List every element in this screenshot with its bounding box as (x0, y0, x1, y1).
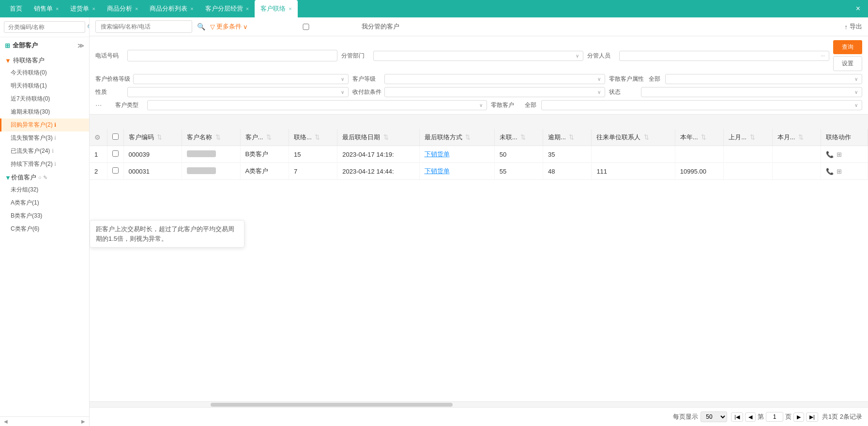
sidebar-item-tomorrow-contact[interactable]: 明天待联络(1) (0, 79, 89, 92)
chevron-down-icon7: ∨ (341, 89, 344, 95)
nature-select[interactable]: ∨ (127, 87, 349, 97)
table-settings-icon[interactable]: ⚙ (94, 133, 101, 141)
table-container[interactable]: ⚙ 客户编码 ⇅ 客户名称 ⇅ 客户... ⇅ 联络... ⇅ 最后联络日期 ⇅… (90, 129, 868, 401)
nav-sales[interactable]: 销售单 × (28, 0, 64, 17)
query-button[interactable]: 查询 (833, 40, 862, 54)
row1-last-month (724, 146, 772, 163)
payment-select[interactable]: ∨ (384, 87, 606, 97)
close-sales-tab[interactable]: × (56, 6, 59, 12)
sort-unlink-icon[interactable]: ⇅ (520, 133, 526, 141)
export-button[interactable]: ↑ 导出 (845, 22, 863, 31)
sort-year-icon[interactable]: ⇅ (701, 133, 706, 141)
sidebar-scroll-left[interactable]: ◀ (4, 419, 8, 424)
nav-product-analysis[interactable]: 商品分析 × (101, 0, 144, 17)
sidebar-item-7days-contact[interactable]: 近7天待联络(0) (0, 92, 89, 105)
value-customer-group[interactable]: ▼ 价值客户 ○ ✎ (0, 171, 89, 183)
col-unlink-days: 未联... ⇅ (494, 129, 543, 146)
pending-contact-group[interactable]: ▼ 待联络客户 (0, 54, 89, 66)
row2-method-link[interactable]: 下销货单 (425, 167, 450, 175)
row2-last-contact-method[interactable]: 下销货单 (419, 163, 494, 180)
status-select[interactable]: ∨ (641, 87, 862, 97)
col-this-month: 本月... ⇅ (772, 129, 821, 146)
sort-method-icon[interactable]: ⇅ (465, 133, 471, 141)
next-page-button[interactable]: ▶ (793, 412, 804, 422)
row1-overdue: 35 (543, 146, 592, 163)
all-customers-header[interactable]: ⊞ 全部客户 ≫ (0, 37, 89, 54)
department-label: 分管部门 (341, 52, 370, 60)
nav-purchase[interactable]: 进货单 × (64, 0, 101, 17)
nav-customer-segment[interactable]: 客户分层经营 × (199, 0, 255, 17)
customer-level-select[interactable]: ∨ (384, 74, 606, 84)
more-filters-dots[interactable]: ··· (95, 101, 102, 110)
department-select[interactable]: ∨ (373, 51, 583, 61)
per-page-select[interactable]: 50 20 100 (700, 411, 727, 422)
page-number-input[interactable] (766, 412, 783, 422)
edit-icons: ○ ✎ (38, 175, 47, 181)
sort-name-icon[interactable]: ⇅ (215, 133, 221, 141)
sidebar-item-ungrouped[interactable]: 未分组(32) (0, 183, 89, 196)
row1-last-contact-method[interactable]: 下销货单 (419, 146, 494, 163)
sidebar-item-b-class[interactable]: B类客户(33) (0, 209, 89, 222)
sort-date-icon[interactable]: ⇅ (383, 133, 389, 141)
row1-last-contact-date: 2023-04-17 14:19: (337, 146, 419, 163)
close-purchase-tab[interactable]: × (92, 6, 95, 12)
sidebar-item-a-class[interactable]: A类客户(1) (0, 196, 89, 209)
price-level-select[interactable]: ∨ (133, 74, 349, 84)
sidebar-item-declining[interactable]: 持续下滑客户(2) ℹ (0, 158, 89, 171)
row2-checkbox[interactable] (112, 167, 119, 174)
sort-type-icon[interactable]: ⇅ (266, 133, 272, 141)
sidebar-item-churn-warning[interactable]: 流失预警客户(3) ℹ (0, 132, 89, 145)
close-customer-contact-tab[interactable]: × (289, 6, 291, 12)
more-conditions-button[interactable]: ▽ 更多条件 ∨ (210, 22, 248, 31)
row1-method-link[interactable]: 下销货单 (425, 150, 450, 158)
col-last-month: 上月... ⇅ (724, 129, 772, 146)
sidebar-scroll-right[interactable]: ▶ (81, 419, 85, 424)
retail-customer-select[interactable]: ∨ (541, 100, 862, 110)
row2-grid-icon[interactable]: ⊞ (837, 168, 842, 175)
nav-product-analysis-list[interactable]: 商品分析列表 × (144, 0, 199, 17)
sidebar-item-c-class[interactable]: C类客户(6) (0, 222, 89, 235)
scrollbar-thumb[interactable] (211, 403, 453, 407)
sidebar-item-overdue-contact[interactable]: 逾期未联络(30) (0, 105, 89, 118)
settings-button[interactable]: 设置 (833, 56, 862, 71)
nav-home[interactable]: 首页 (4, 0, 28, 17)
close-product-analysis-list-tab[interactable]: × (190, 6, 193, 12)
person-select[interactable]: ··· (619, 51, 829, 61)
sort-code-icon[interactable]: ⇅ (157, 133, 162, 141)
sidebar-item-today-contact[interactable]: 今天待联络(0) (0, 66, 89, 79)
sidebar-item-churned[interactable]: 已流失客户(24) ℹ (0, 145, 89, 158)
close-product-analysis-tab[interactable]: × (135, 6, 138, 12)
horizontal-scrollbar[interactable] (90, 401, 868, 407)
nav-customer-contact[interactable]: 客户联络 × (255, 0, 297, 17)
last-page-button[interactable]: ▶| (806, 412, 818, 422)
close-customer-segment-tab[interactable]: × (246, 6, 249, 12)
sort-month-icon[interactable]: ⇅ (798, 133, 804, 141)
select-all-checkbox[interactable] (112, 133, 119, 140)
collapse-icon[interactable]: ≫ (77, 42, 84, 49)
col-contact-person: 往来单位联系人 ⇅ (592, 129, 675, 146)
filter-field-customer-level: 客户等级 ∨ (352, 74, 606, 84)
retail-attr-select[interactable]: ∨ (665, 74, 862, 84)
prev-page-button[interactable]: ◀ (745, 412, 756, 422)
close-all-tabs[interactable]: × (852, 4, 864, 13)
search-button[interactable]: 🔍 (197, 23, 205, 30)
first-page-button[interactable]: |◀ (731, 412, 743, 422)
sort-contact-icon[interactable]: ⇅ (315, 133, 320, 141)
sort-last-month-icon[interactable]: ⇅ (750, 133, 755, 141)
filter-field-phone: 电话号码 (95, 50, 337, 61)
sort-overdue-icon[interactable]: ⇅ (569, 133, 574, 141)
row1-grid-icon[interactable]: ⊞ (837, 151, 842, 158)
phone-input[interactable] (127, 50, 337, 61)
sidebar-item-repurchase-anomaly[interactable]: 回购异常客户(2) ℹ (0, 118, 89, 132)
row1-phone-icon[interactable]: 📞 (826, 151, 834, 158)
row1-action-icons: 📞 ⊞ (826, 151, 863, 158)
row1-name-blurred (187, 150, 216, 157)
search-input[interactable] (95, 20, 192, 33)
sort-person-icon[interactable]: ⇅ (644, 133, 649, 141)
customer-type-select[interactable]: ∨ (147, 100, 487, 110)
row2-last-contact-date: 2023-04-12 14:44: (337, 163, 419, 180)
my-customers-checkbox[interactable] (253, 24, 359, 30)
row2-phone-icon[interactable]: 📞 (826, 168, 834, 175)
sidebar-search-input[interactable] (4, 21, 85, 33)
row1-checkbox[interactable] (112, 150, 119, 157)
